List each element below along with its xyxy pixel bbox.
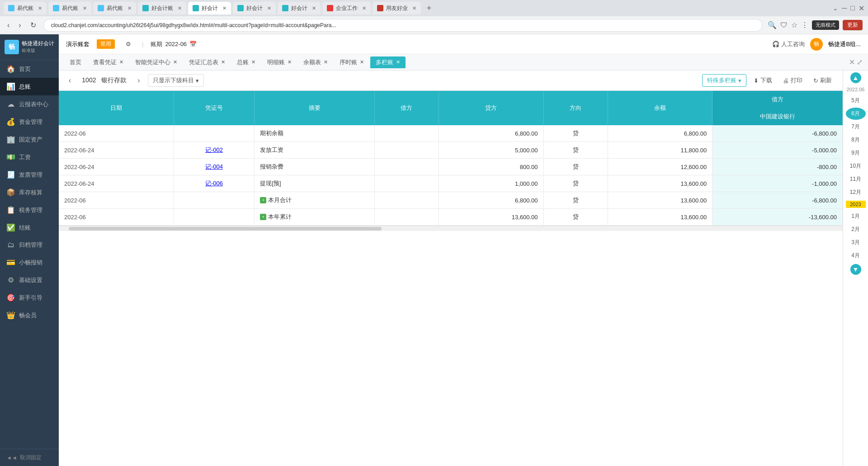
date-month-jun-2022[interactable]: 6月 bbox=[846, 108, 866, 120]
filter-dropdown[interactable]: 只显示下级科目 ▾ bbox=[148, 74, 204, 87]
tab-close-8[interactable]: ✕ bbox=[362, 5, 366, 11]
sidebar-item-ledger[interactable]: 📊 总账 bbox=[0, 78, 59, 95]
date-month-oct-2022[interactable]: 10月 bbox=[846, 160, 866, 172]
tab-dropdown-icon[interactable]: ⌄ bbox=[833, 5, 838, 12]
update-button[interactable]: 更新 bbox=[843, 20, 863, 30]
td-direction-2: 贷 bbox=[543, 159, 608, 175]
page-tab-sequence[interactable]: 序时账 ✕ bbox=[334, 56, 369, 68]
tab-close-6[interactable]: ✕ bbox=[267, 5, 271, 11]
page-tab-detail-close[interactable]: ✕ bbox=[288, 59, 292, 65]
sidebar-item-home[interactable]: 🏠 首页 bbox=[0, 60, 59, 78]
sidebar-item-guide[interactable]: 🎯 新手引导 bbox=[0, 289, 59, 306]
browser-tab-9[interactable]: 用友好业 ✕ bbox=[373, 2, 421, 14]
minimize-icon[interactable]: ─ bbox=[842, 4, 847, 12]
ledger-table-wrapper: 日期 凭证号 摘要 借方 贷方 方向 余额 借方 中国建设银行 bbox=[59, 91, 843, 226]
sidebar-unpin[interactable]: ◄◄ 取消固定 bbox=[0, 449, 59, 466]
page-tab-multi[interactable]: 多栏账 ✕ bbox=[370, 56, 406, 68]
restore-icon[interactable]: □ bbox=[850, 4, 855, 12]
sidebar-item-invoice[interactable]: 🧾 发票管理 bbox=[0, 166, 59, 184]
page-tab-balance-close[interactable]: ✕ bbox=[324, 59, 328, 65]
page-tab-smart-close[interactable]: ✕ bbox=[173, 59, 177, 65]
page-tab-voucher[interactable]: 查看凭证 ✕ bbox=[88, 56, 129, 68]
search-icon[interactable]: 🔍 bbox=[768, 21, 777, 29]
print-button[interactable]: 🖨 打印 bbox=[779, 75, 806, 86]
tab-close-3[interactable]: ✕ bbox=[127, 5, 132, 11]
back-button[interactable]: ‹ bbox=[5, 19, 11, 31]
browser-tab-7[interactable]: 好会计 ✕ bbox=[278, 2, 321, 14]
browser-tab-6[interactable]: 好会计 ✕ bbox=[233, 2, 276, 14]
browser-tab-1[interactable]: 易代账 ✕ bbox=[4, 2, 47, 14]
scroll-thumb[interactable] bbox=[69, 227, 382, 231]
browser-tab-8[interactable]: 企业工作 ✕ bbox=[322, 2, 371, 14]
browser-tab-5[interactable]: 好会计 ✕ bbox=[188, 2, 231, 14]
collapse-tabs-icon[interactable]: ✕ bbox=[849, 58, 855, 66]
sidebar-item-tax[interactable]: 📋 税务管理 bbox=[0, 201, 59, 219]
page-tab-balance[interactable]: 余额表 ✕ bbox=[298, 56, 333, 68]
calendar-icon[interactable]: 📅 bbox=[189, 41, 197, 47]
page-tab-smart[interactable]: 智能凭证中心 ✕ bbox=[130, 56, 183, 68]
page-tab-voucher-close[interactable]: ✕ bbox=[119, 59, 123, 65]
browser-tab-3[interactable]: 易代账 ✕ bbox=[93, 2, 136, 14]
date-month-nov-2022[interactable]: 11月 bbox=[846, 173, 866, 185]
sidebar-item-reports[interactable]: ☁ 云报表中心 bbox=[0, 95, 59, 113]
sidebar-item-inventory[interactable]: 📦 库存核算 bbox=[0, 184, 59, 201]
tab-close-4[interactable]: ✕ bbox=[178, 5, 182, 11]
prev-account-button[interactable]: ‹ bbox=[66, 75, 74, 85]
date-month-apr-2023[interactable]: 4月 bbox=[846, 249, 866, 262]
refresh-button[interactable]: ↻ 刷新 bbox=[810, 75, 835, 86]
date-nav-down-button[interactable]: ▼ bbox=[850, 264, 861, 275]
tab-close-9[interactable]: ✕ bbox=[412, 5, 416, 11]
page-tab-general[interactable]: 总账 ✕ bbox=[231, 56, 261, 68]
sidebar-item-expense[interactable]: 💳 小畅报销 bbox=[0, 254, 59, 271]
demo-settings-button[interactable]: ⚙ bbox=[122, 39, 135, 49]
date-month-feb-2023[interactable]: 2月 bbox=[846, 223, 866, 235]
voucher-link-2[interactable]: 记-004 bbox=[205, 163, 223, 170]
sidebar-item-salary[interactable]: 💵 工资 bbox=[0, 148, 59, 166]
expand-tabs-icon[interactable]: ⤢ bbox=[857, 58, 863, 66]
voucher-link-3[interactable]: 记-006 bbox=[205, 180, 223, 187]
address-input[interactable] bbox=[43, 19, 762, 32]
sidebar-item-funds[interactable]: 💰 资金管理 bbox=[0, 113, 59, 131]
page-tab-balance-label: 余额表 bbox=[303, 58, 321, 66]
sidebar-item-archive[interactable]: 🗂 归档管理 bbox=[0, 236, 59, 254]
tab-close-2[interactable]: ✕ bbox=[83, 5, 87, 11]
download-button[interactable]: ⬇ 下载 bbox=[750, 75, 776, 86]
voucher-link-1[interactable]: 记-002 bbox=[205, 146, 223, 153]
date-month-jan-2023[interactable]: 1月 bbox=[846, 210, 866, 222]
sidebar-item-vip[interactable]: 👑 畅会员 bbox=[0, 306, 59, 324]
bookmark-icon[interactable]: ☆ bbox=[791, 21, 797, 29]
sidebar-item-settings[interactable]: ⚙ 基础设置 bbox=[0, 271, 59, 289]
tab-close-5[interactable]: ✕ bbox=[222, 5, 226, 11]
date-month-sep-2022[interactable]: 9月 bbox=[846, 147, 866, 159]
next-account-button[interactable]: › bbox=[135, 75, 142, 85]
tab-close-1[interactable]: ✕ bbox=[38, 5, 42, 11]
horizontal-scrollbar[interactable] bbox=[59, 226, 843, 231]
date-month-dec-2022[interactable]: 12月 bbox=[846, 186, 866, 198]
page-tab-summary[interactable]: 凭证汇总表 ✕ bbox=[184, 56, 231, 68]
date-month-mar-2023[interactable]: 3月 bbox=[846, 236, 866, 249]
sidebar-item-assets[interactable]: 🏢 固定资产 bbox=[0, 131, 59, 148]
incognito-button[interactable]: 无痕模式 bbox=[812, 20, 839, 30]
page-tab-multi-close[interactable]: ✕ bbox=[396, 59, 400, 65]
page-tab-summary-close[interactable]: ✕ bbox=[221, 59, 225, 65]
special-multi-button[interactable]: 特殊多栏账 ▾ bbox=[702, 74, 746, 87]
reload-button[interactable]: ↻ bbox=[28, 19, 38, 31]
page-tab-sequence-close[interactable]: ✕ bbox=[360, 59, 364, 65]
consultant-button[interactable]: 🎧 人工咨询 bbox=[772, 40, 805, 48]
sidebar-item-close[interactable]: ✅ 结账 bbox=[0, 219, 59, 236]
new-tab-button[interactable]: + bbox=[423, 2, 435, 14]
page-tab-home[interactable]: 首页 bbox=[64, 56, 87, 68]
date-month-jul-2022[interactable]: 7月 bbox=[846, 121, 866, 133]
close-icon[interactable]: ✕ bbox=[859, 4, 864, 13]
page-tab-detail[interactable]: 明细账 ✕ bbox=[262, 56, 297, 68]
browser-tab-4[interactable]: 好会计账 ✕ bbox=[138, 2, 186, 14]
date-month-aug-2022[interactable]: 8月 bbox=[846, 134, 866, 146]
page-tab-general-close[interactable]: ✕ bbox=[251, 59, 255, 65]
browser-menu-icon[interactable]: ⋮ bbox=[801, 21, 808, 29]
browser-tab-2[interactable]: 易代账 ✕ bbox=[48, 2, 91, 14]
date-nav-up-button[interactable]: ▲ bbox=[850, 72, 861, 83]
td-balance-0: 6,800.00 bbox=[608, 125, 712, 142]
tab-close-7[interactable]: ✕ bbox=[312, 5, 316, 11]
date-month-may-2022[interactable]: 5月 bbox=[846, 94, 866, 107]
forward-button[interactable]: › bbox=[17, 19, 23, 31]
